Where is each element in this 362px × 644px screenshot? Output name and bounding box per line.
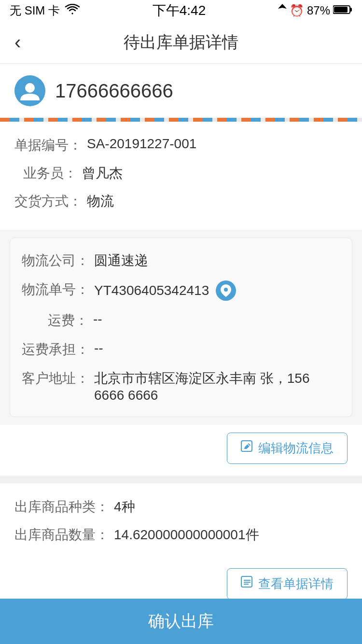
back-button[interactable]: ‹ [14, 31, 21, 53]
product-quantity-label: 出库商品数量： [14, 526, 114, 544]
order-number-value: SA-20191227-001 [87, 136, 348, 152]
salesperson-value: 曾凡杰 [82, 164, 348, 182]
address-value: 北京市市辖区海淀区永丰南 张，156 6666 6666 [94, 369, 340, 403]
customer-phone: 17666666666 [55, 80, 173, 102]
customer-section: 17666666666 [0, 64, 362, 122]
freight-value: -- [93, 311, 340, 327]
product-types-row: 出库商品种类： 4种 [14, 498, 348, 516]
carrier-text: 无 SIM 卡 [10, 3, 60, 18]
edit-icon [241, 440, 253, 456]
order-number-row: 单据编号： SA-20191227-001 [14, 136, 348, 154]
confirm-button[interactable]: 确认出库 [0, 599, 362, 644]
svg-point-4 [224, 288, 228, 292]
logistics-company-row: 物流公司： 圆通速递 [22, 252, 340, 270]
svg-rect-1 [350, 8, 352, 12]
status-bar: 无 SIM 卡 下午4:42 ⏰ 87% [0, 0, 362, 21]
salesperson-label: 业务员： [14, 164, 82, 182]
tracking-number-value: YT43064053424​13 [94, 283, 209, 298]
battery-text: 87% [307, 4, 330, 17]
delivery-method-value: 物流 [87, 192, 348, 210]
logistics-company-value: 圆通速递 [94, 252, 340, 270]
status-right: ⏰ 87% [278, 4, 352, 17]
page-title: 待出库单据详情 [124, 31, 238, 54]
wifi-icon [65, 4, 80, 17]
tracking-number-label: 物流单号： [22, 280, 94, 299]
tracking-number-row: 物流单号： YT43064053424​13 [22, 280, 340, 301]
dashed-divider [0, 118, 362, 122]
edit-logistics-label: 编辑物流信息 [258, 440, 334, 457]
edit-logistics-area: 编辑物流信息 [0, 425, 362, 476]
freight-label: 运费： [22, 311, 93, 330]
view-detail-label: 查看单据详情 [258, 575, 334, 592]
freight-bearer-label: 运费承担： [22, 340, 94, 359]
delivery-method-row: 交货方式： 物流 [14, 192, 348, 210]
delivery-method-label: 交货方式： [14, 192, 87, 210]
address-label: 客户地址： [22, 369, 94, 388]
svg-rect-2 [334, 7, 348, 13]
order-number-label: 单据编号： [14, 136, 87, 154]
logistics-company-label: 物流公司： [22, 252, 94, 270]
location-track-button[interactable] [216, 280, 236, 301]
product-types-label: 出库商品种类： [14, 498, 114, 516]
battery-icon [333, 4, 352, 17]
product-quantity-row: 出库商品数量： 14.620000000000001件 [14, 526, 348, 544]
view-detail-button[interactable]: 查看单据详情 [227, 568, 348, 600]
tracking-number-container: YT43064053424​13 [94, 280, 340, 301]
freight-bearer-row: 运费承担： -- [22, 340, 340, 359]
customer-header: 17666666666 [0, 64, 362, 118]
alarm-icon: ⏰ [290, 4, 304, 17]
svg-point-3 [25, 83, 35, 93]
address-row: 客户地址： 北京市市辖区海淀区永丰南 张，156 6666 6666 [22, 369, 340, 403]
nav-bar: ‹ 待出库单据详情 [0, 21, 362, 64]
status-left: 无 SIM 卡 [10, 3, 80, 18]
confirm-button-label: 确认出库 [148, 612, 214, 630]
salesperson-row: 业务员： 曾凡杰 [14, 164, 348, 182]
section-divider [0, 476, 362, 483]
location-icon [278, 4, 287, 17]
freight-row: 运费： -- [22, 311, 340, 330]
product-quantity-value: 14.620000000000001件 [114, 526, 259, 544]
logistics-card: 物流公司： 圆通速递 物流单号： YT43064053424​13 运费： --… [10, 238, 352, 417]
status-time: 下午4:42 [153, 1, 206, 20]
order-info-section: 单据编号： SA-20191227-001 业务员： 曾凡杰 交货方式： 物流 [0, 122, 362, 230]
detail-icon [241, 576, 253, 592]
product-types-value: 4种 [114, 498, 135, 516]
edit-logistics-button[interactable]: 编辑物流信息 [227, 433, 348, 464]
freight-bearer-value: -- [94, 340, 340, 356]
avatar [14, 75, 45, 106]
product-section: 出库商品种类： 4种 出库商品数量： 14.620000000000001件 [0, 483, 362, 563]
